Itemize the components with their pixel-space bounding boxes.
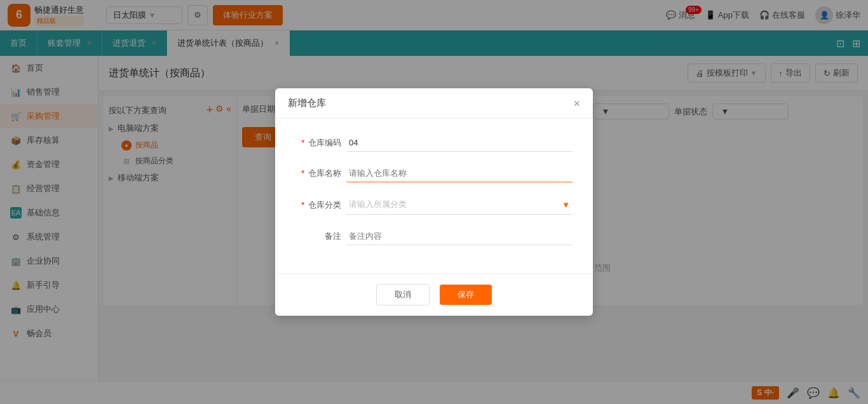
save-button[interactable]: 保存	[440, 285, 492, 305]
form-row-category: * 仓库分类 请输入所属分类 ▼	[295, 195, 573, 215]
name-label: * 仓库名称	[295, 168, 346, 179]
form-row-code: * 仓库编码	[295, 134, 573, 152]
dialog-close-button[interactable]: ×	[573, 98, 580, 109]
remark-input[interactable]	[346, 227, 573, 245]
dialog-body: * 仓库编码 * 仓库名称 * 仓库分类 请输入所属	[275, 119, 593, 273]
dialog-overlay: 新增仓库 × * 仓库编码 * 仓库名称	[0, 0, 868, 404]
category-select[interactable]: 请输入所属分类 ▼	[346, 195, 573, 215]
form-row-remark: 备注	[295, 227, 573, 245]
code-label: * 仓库编码	[295, 137, 346, 149]
category-label: * 仓库分类	[295, 199, 346, 211]
form-row-name: * 仓库名称	[295, 165, 573, 182]
dialog-footer: 取消 保存	[275, 273, 593, 316]
dialog-title: 新增仓库	[288, 97, 326, 109]
remark-label: 备注	[295, 231, 346, 242]
add-warehouse-dialog: 新增仓库 × * 仓库编码 * 仓库名称	[275, 88, 593, 316]
name-input[interactable]	[346, 165, 573, 182]
dialog-header: 新增仓库 ×	[275, 88, 593, 119]
cancel-button[interactable]: 取消	[376, 284, 430, 306]
code-input[interactable]	[346, 134, 573, 152]
category-dropdown-arrow: ▼	[562, 200, 570, 210]
